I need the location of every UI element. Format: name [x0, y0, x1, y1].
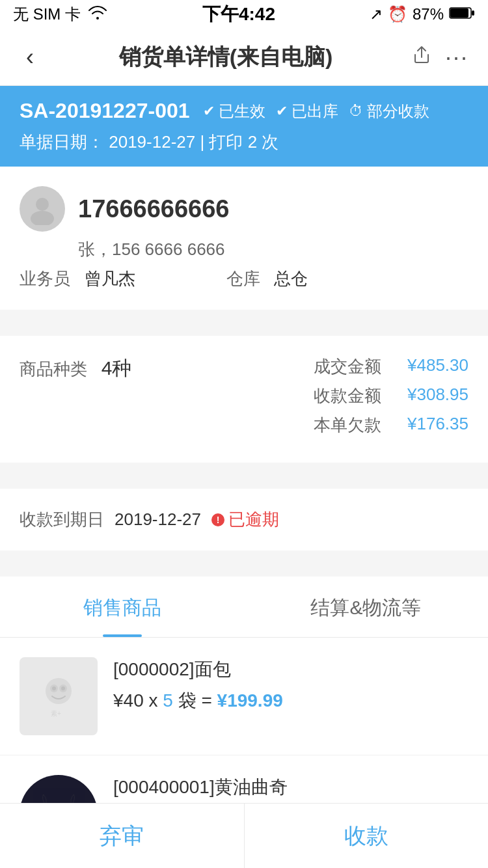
page-title: 销货单详情(来自电脑)	[40, 42, 411, 72]
svg-rect-2	[472, 10, 474, 16]
order-date: 单据日期： 2019-12-27 | 打印 2 次	[20, 131, 468, 154]
divider-2	[0, 476, 488, 489]
divider-1	[0, 323, 488, 336]
tab-settlement[interactable]: 结算&物流等	[244, 576, 488, 637]
customer-row: 17666666666	[20, 186, 468, 232]
warehouse-label: 仓库 总仓	[226, 267, 308, 290]
customer-section: 17666666666 张，156 6666 6666 业务员 曾凡杰 仓库 总…	[0, 167, 488, 310]
product-thumbnail-1: 素+	[20, 657, 98, 735]
badge-partial-payment: ⏱ 部分收款	[349, 101, 429, 122]
deal-amount-value: ¥485.30	[407, 355, 468, 378]
nav-right-icons: ···	[411, 44, 468, 71]
divider-3	[0, 563, 488, 576]
owed-amount-value: ¥176.35	[407, 414, 468, 437]
amount-section: 商品种类 4种 成交金额 ¥485.30 收款金额 ¥308.95 本单欠款 ¥…	[0, 336, 488, 463]
status-time: 下午4:42	[202, 2, 275, 27]
location-icon: ↗	[370, 5, 383, 23]
svg-point-8	[52, 686, 56, 690]
svg-point-5	[46, 678, 72, 704]
battery-icon	[449, 5, 475, 23]
tabs-section: 销售商品 结算&物流等	[0, 576, 488, 638]
customer-phone: 17666666666	[78, 195, 229, 223]
product-info-1: [0000002]面包 ¥40 x 5 袋 = ¥199.99	[113, 657, 468, 713]
svg-point-3	[36, 198, 49, 211]
status-bar: 无 SIM 卡 下午4:42 ↗ ⏰ 87%	[0, 0, 488, 29]
badge-activated: ✔ 已生效	[203, 101, 265, 122]
bottom-bar: 弃审 收款	[0, 803, 488, 868]
overdue-dot-icon: !	[211, 513, 224, 526]
more-icon[interactable]: ···	[445, 44, 468, 71]
cancel-button[interactable]: 弃审	[0, 804, 245, 868]
badge-shipped: ✔ 已出库	[276, 101, 338, 122]
salesperson-label: 业务员 曾凡杰	[20, 267, 135, 290]
deal-amount-row: 成交金额 ¥485.30	[314, 355, 468, 378]
owed-amount-row: 本单欠款 ¥176.35	[314, 414, 468, 437]
alarm-icon: ⏰	[388, 5, 407, 23]
clock-icon: ⏱	[349, 103, 363, 120]
due-date-section: 收款到期日 2019-12-27 ! 已逾期	[0, 489, 488, 550]
svg-point-9	[61, 686, 65, 690]
svg-point-4	[31, 211, 54, 225]
order-header: SA-20191227-001 ✔ 已生效 ✔ 已出库 ⏱ 部分收款 单据日期：…	[0, 86, 488, 167]
wifi-icon	[87, 5, 108, 23]
customer-meta: 业务员 曾凡杰 仓库 总仓	[20, 267, 468, 290]
status-right: ↗ ⏰ 87%	[370, 5, 475, 23]
check-icon-1: ✔	[203, 103, 215, 120]
customer-contact: 张，156 6666 6666	[78, 238, 468, 261]
product-types: 商品种类 4种	[20, 355, 131, 382]
nav-bar: ‹ 销货单详情(来自电脑) ···	[0, 29, 488, 86]
status-left: 无 SIM 卡	[13, 4, 108, 25]
received-amount-value: ¥308.95	[407, 385, 468, 407]
share-icon[interactable]	[411, 44, 432, 70]
amounts-right: 成交金额 ¥485.30 收款金额 ¥308.95 本单欠款 ¥176.35	[314, 355, 468, 443]
order-status-badges: ✔ 已生效 ✔ 已出库 ⏱ 部分收款	[203, 101, 429, 122]
tab-products[interactable]: 销售商品	[0, 576, 244, 637]
product-price-1: ¥40 x 5 袋 = ¥199.99	[113, 688, 468, 713]
confirm-button[interactable]: 收款	[245, 804, 489, 868]
avatar	[20, 186, 65, 232]
back-button[interactable]: ‹	[20, 37, 40, 77]
list-item: 素+ [0000002]面包 ¥40 x 5 袋 = ¥199.99	[0, 638, 488, 755]
overdue-badge: ! 已逾期	[211, 508, 279, 531]
svg-rect-1	[450, 8, 468, 18]
tabs-row: 销售商品 结算&物流等	[0, 576, 488, 638]
check-icon-2: ✔	[276, 103, 288, 120]
order-number: SA-20191227-001	[20, 99, 190, 123]
received-amount-row: 收款金额 ¥308.95	[314, 385, 468, 407]
battery-text: 87%	[413, 5, 444, 23]
product-name-2: [000400001]黄油曲奇	[113, 775, 468, 800]
svg-text:素+: 素+	[51, 710, 61, 717]
product-name-1: [0000002]面包	[113, 657, 468, 682]
signal-text: 无 SIM 卡	[13, 4, 81, 25]
